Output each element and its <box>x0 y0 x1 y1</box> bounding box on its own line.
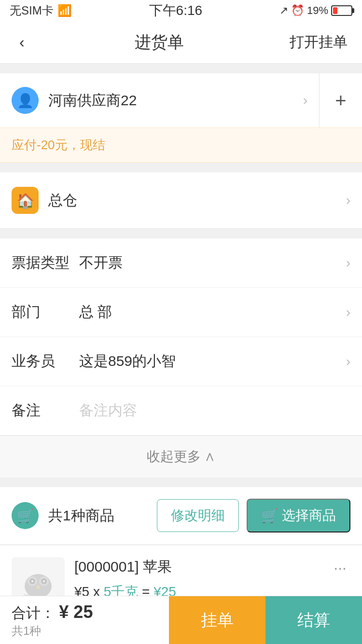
invoice-type-label: 票据类型 <box>12 253 79 273</box>
warehouse-icon: 🏠 <box>12 187 39 214</box>
form-section: 票据类型 不开票 › 部门 总 部 › 业务员 这是859的小智 › 备注 备注… <box>0 238 362 435</box>
chevron-right-icon: › <box>303 93 307 108</box>
battery-fill <box>333 7 337 14</box>
status-bar: 无SIM卡 📶 下午6:16 ↗ ⏰ 19% <box>0 0 362 21</box>
product-count: 共1种商品 <box>48 506 157 526</box>
svg-point-5 <box>31 580 33 582</box>
salesperson-value: 这是859的小智 <box>79 351 341 371</box>
bottom-bar: 合计： ¥ 25 共1种 挂单 结算 <box>0 596 362 644</box>
warehouse-selector[interactable]: 🏠 总仓 › <box>0 172 362 229</box>
department-label: 部门 <box>12 302 79 322</box>
salesperson-label: 业务员 <box>12 351 79 371</box>
supplier-avatar: 👤 <box>12 87 39 114</box>
collapse-label: 收起更多 ∧ <box>147 448 216 466</box>
battery-icon <box>331 5 352 16</box>
supplier-section: 👤 河南供应商22 › + <box>0 73 362 127</box>
back-button[interactable]: ‹ <box>14 28 29 56</box>
nav-bar: ‹ 进货单 打开挂单 <box>0 21 362 64</box>
open-pending-button[interactable]: 打开挂单 <box>290 32 348 52</box>
chevron-right-icon-4: › <box>346 305 350 320</box>
chevron-right-icon-2: › <box>346 193 350 208</box>
page-title: 进货单 <box>135 31 184 54</box>
collapse-button[interactable]: 收起更多 ∧ <box>0 435 362 477</box>
chevron-right-icon-5: › <box>346 354 350 369</box>
product-name: [0000001] 苹果 <box>74 557 330 577</box>
edit-details-button[interactable]: 修改明细 <box>157 499 239 532</box>
location-icon: ↗ <box>279 4 288 17</box>
add-supplier-button[interactable]: + <box>320 73 362 127</box>
product-more-button[interactable]: ··· <box>330 557 350 579</box>
remark-label: 备注 <box>12 401 79 420</box>
hang-order-button[interactable]: 挂单 <box>169 596 265 644</box>
divider-3 <box>0 229 362 238</box>
salesperson-row[interactable]: 业务员 这是859的小智 › <box>0 337 362 386</box>
chevron-right-icon-3: › <box>346 255 350 271</box>
total-count: 共1种 <box>12 623 157 639</box>
divider-2 <box>0 163 362 172</box>
status-right: ↗ ⏰ 19% <box>279 4 352 17</box>
supplier-name: 河南供应商22 <box>48 91 303 111</box>
alarm-icon: ⏰ <box>291 4 304 17</box>
svg-point-6 <box>43 580 45 582</box>
total-amount: ¥ 25 <box>59 602 93 622</box>
status-carrier: 无SIM卡 📶 <box>10 3 72 18</box>
supplier-selector[interactable]: 👤 河南供应商22 › <box>0 73 320 127</box>
product-header: 🛒 共1种商品 修改明细 🛒 选择商品 <box>0 487 362 544</box>
warning-banner: 应付-20元，现结 <box>0 127 362 163</box>
department-row[interactable]: 部门 总 部 › <box>0 288 362 337</box>
invoice-type-row[interactable]: 票据类型 不开票 › <box>0 238 362 288</box>
remark-input[interactable]: 备注内容 <box>79 401 350 420</box>
cart-icon: 🛒 <box>261 508 278 524</box>
total-section: 合计： ¥ 25 共1种 <box>0 596 169 644</box>
department-value: 总 部 <box>79 302 341 322</box>
warehouse-name: 总仓 <box>48 191 346 210</box>
select-product-button[interactable]: 🛒 选择商品 <box>247 499 350 532</box>
battery-percent: 19% <box>307 4 328 17</box>
product-header-icon: 🛒 <box>12 502 39 529</box>
product-info: [0000001] 苹果 ¥5 x 5千克 = ¥25 <box>74 557 330 601</box>
divider-1 <box>0 64 362 73</box>
remark-row[interactable]: 备注 备注内容 <box>0 386 362 435</box>
total-amount-row: 合计： ¥ 25 <box>12 602 157 623</box>
status-time: 下午6:16 <box>149 1 203 20</box>
checkout-button[interactable]: 结算 <box>265 596 362 644</box>
invoice-type-value: 不开票 <box>79 253 341 273</box>
wifi-icon: 📶 <box>57 4 72 17</box>
